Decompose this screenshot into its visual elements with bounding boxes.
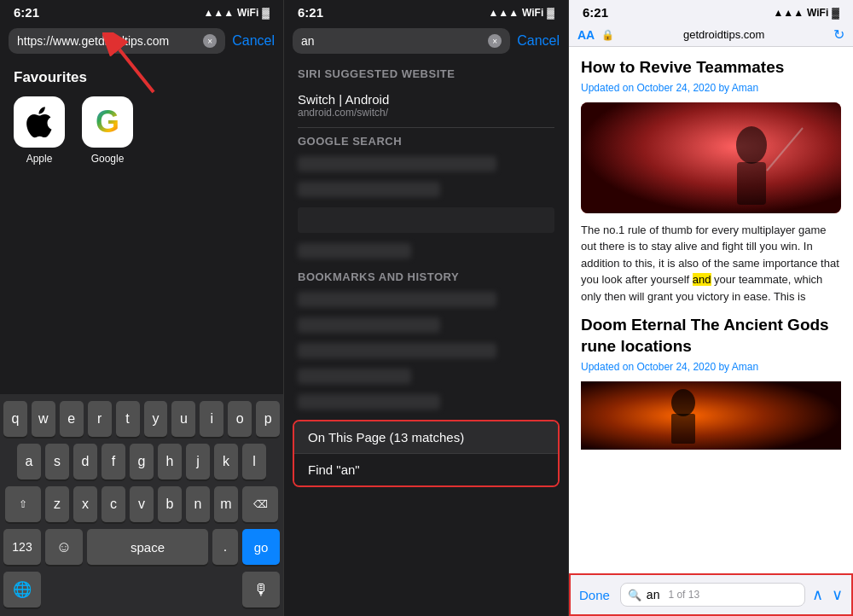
- done-button[interactable]: Done: [579, 588, 610, 602]
- space-key[interactable]: space: [87, 529, 208, 565]
- globe-key[interactable]: 🌐: [3, 572, 41, 607]
- key-l[interactable]: l: [242, 444, 266, 479]
- blurred-bookmark-4: [298, 369, 411, 384]
- key-f[interactable]: f: [102, 444, 125, 479]
- status-time-p1: 6:21: [14, 5, 39, 20]
- suggestion-url: android.com/switch/: [298, 107, 554, 119]
- clear-address-button[interactable]: ×: [203, 34, 217, 48]
- battery-icon: ▓: [262, 7, 270, 19]
- blurred-bookmark-2: [298, 317, 440, 333]
- key-u[interactable]: u: [171, 401, 195, 437]
- article1-meta-author: Aman: [732, 82, 758, 94]
- article2-meta: Updated on October 24, 2020 by Aman: [581, 361, 841, 373]
- key-c[interactable]: c: [102, 486, 125, 522]
- key-j[interactable]: j: [186, 444, 210, 479]
- key-t[interactable]: t: [116, 401, 140, 437]
- keyboard-row-3: ⇧ z x c v b n m ⌫: [3, 486, 280, 522]
- key-k[interactable]: k: [214, 444, 238, 479]
- favourite-apple[interactable]: Apple: [14, 96, 65, 165]
- key-y[interactable]: y: [144, 401, 168, 437]
- refresh-button[interactable]: ↻: [833, 26, 844, 43]
- key-b[interactable]: b: [158, 486, 182, 522]
- key-n[interactable]: n: [186, 486, 210, 522]
- key-r[interactable]: r: [88, 401, 112, 437]
- signal-icon-p3: ▲▲▲: [773, 7, 804, 19]
- key-e[interactable]: e: [60, 401, 84, 437]
- status-bar-panel2: 6:21 ▲▲▲ WiFi ▓: [284, 0, 568, 23]
- keyboard-bottom-row: 123 ☺ space . go: [3, 529, 280, 565]
- key-a[interactable]: a: [17, 444, 41, 479]
- apple-icon-box: [14, 96, 65, 148]
- article2-title: Doom Eternal The Ancient Gods rune locat…: [581, 315, 841, 357]
- favourites-grid: Apple G Google: [0, 96, 283, 165]
- battery-icon-p2: ▓: [547, 7, 554, 19]
- key-v[interactable]: v: [130, 486, 154, 522]
- favourite-google[interactable]: G Google: [82, 96, 133, 165]
- key-w[interactable]: w: [32, 401, 55, 437]
- key-z[interactable]: z: [45, 486, 69, 522]
- key-d[interactable]: d: [73, 444, 97, 479]
- signal-icon-p2: ▲▲▲: [488, 7, 519, 19]
- period-key[interactable]: .: [212, 529, 238, 565]
- cancel-button-p1[interactable]: Cancel: [232, 33, 275, 49]
- text-size-button[interactable]: AA: [577, 28, 595, 42]
- status-icons-p2: ▲▲▲ WiFi ▓: [488, 7, 554, 19]
- shift-key[interactable]: ⇧: [5, 486, 41, 522]
- keyboard-mic-row: 🌐 🎙: [3, 572, 280, 607]
- article-content: How to Revive Teammates Updated on Octob…: [569, 47, 853, 616]
- google-g-letter: G: [96, 104, 119, 140]
- clear-search-button[interactable]: ×: [488, 34, 502, 48]
- svg-rect-8: [671, 414, 695, 444]
- svg-point-7: [671, 389, 695, 416]
- key-x[interactable]: x: [73, 486, 97, 522]
- domain-label: getdroidtips.com: [621, 28, 827, 41]
- article2-meta-author: Aman: [732, 361, 758, 373]
- article1-meta-prefix: Updated on October 24, 2020 by: [581, 82, 729, 94]
- panel-2-search: 6:21 ▲▲▲ WiFi ▓ an × Cancel Siri Suggest…: [284, 0, 569, 616]
- go-key[interactable]: go: [242, 529, 280, 565]
- svg-point-3: [736, 126, 767, 164]
- numbers-key[interactable]: 123: [3, 529, 41, 565]
- search-bar-p2[interactable]: an ×: [293, 28, 510, 54]
- find-search-text: an: [647, 588, 660, 601]
- mic-key[interactable]: 🎙: [242, 572, 280, 607]
- bookmarks-section-header: Bookmarks and History: [284, 264, 568, 287]
- panel-1-browser-home: 6:21 ▲▲▲ WiFi ▓ https://www.getdroidtips…: [0, 0, 284, 616]
- article1-image: [581, 102, 841, 213]
- blurred-bookmark-5: [298, 394, 440, 410]
- article1-body: The no.1 rule of thumb for every multipl…: [581, 222, 841, 305]
- article1-meta: Updated on October 24, 2020 by Aman: [581, 82, 841, 94]
- key-h[interactable]: h: [158, 444, 182, 479]
- on-this-page-header[interactable]: On This Page (13 matches): [294, 421, 558, 453]
- find-prev-button[interactable]: ∧: [812, 585, 823, 604]
- key-s[interactable]: s: [45, 444, 69, 479]
- key-p[interactable]: p: [256, 401, 280, 437]
- emoji-key[interactable]: ☺: [45, 529, 83, 565]
- svg-rect-4: [737, 162, 766, 205]
- svg-rect-6: [581, 381, 841, 450]
- key-o[interactable]: o: [228, 401, 252, 437]
- wifi-icon: WiFi: [237, 7, 258, 19]
- find-match-count: 1 of 13: [668, 589, 699, 601]
- article2-meta-prefix: Updated on October 24, 2020 by: [581, 361, 729, 373]
- wifi-icon-p2: WiFi: [522, 7, 543, 19]
- wifi-icon-p3: WiFi: [807, 7, 828, 19]
- key-m[interactable]: m: [214, 486, 238, 522]
- key-q[interactable]: q: [3, 401, 27, 437]
- blurred-result-2: [298, 182, 440, 197]
- cancel-button-p2[interactable]: Cancel: [517, 33, 560, 49]
- find-item[interactable]: Find "an": [294, 453, 558, 485]
- find-search-bar[interactable]: 🔍 an 1 of 13: [620, 583, 805, 607]
- status-bar-panel1: 6:21 ▲▲▲ WiFi ▓: [0, 0, 283, 23]
- key-g[interactable]: g: [130, 444, 154, 479]
- search-row-p2: an × Cancel: [284, 23, 568, 61]
- status-icons-p1: ▲▲▲ WiFi ▓: [203, 7, 270, 19]
- key-i[interactable]: i: [200, 401, 223, 437]
- suggestion-switch-android[interactable]: Switch | Android android.com/switch/: [284, 84, 568, 127]
- article1-highlight: and: [693, 273, 711, 286]
- lock-icon: 🔒: [601, 29, 614, 41]
- google-label: Google: [91, 153, 125, 165]
- find-next-button[interactable]: ∨: [832, 585, 843, 604]
- article2-image: [581, 381, 841, 450]
- delete-key[interactable]: ⌫: [242, 486, 278, 522]
